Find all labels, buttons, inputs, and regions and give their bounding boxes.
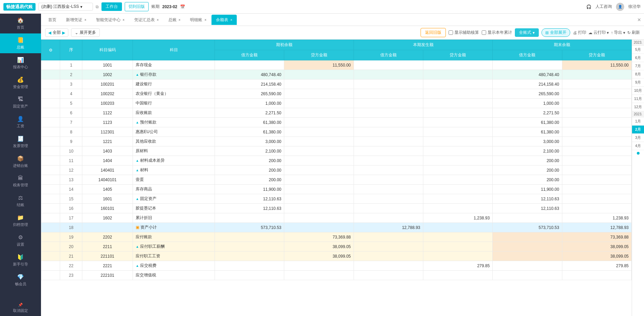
- row-current-debit: [354, 252, 423, 261]
- company-selector[interactable]: (勿删) 江西股金-LSS ▾: [38, 3, 93, 11]
- row-opening-credit: [284, 70, 354, 80]
- tab-add-voucher[interactable]: 新增凭证 ×: [61, 15, 91, 25]
- sidebar-item-guide[interactable]: 🔰 新手引导: [0, 250, 41, 270]
- calendar-icon[interactable]: 📅: [180, 4, 185, 9]
- sidebar-bottom-unpin[interactable]: 📌 取消固定: [0, 300, 41, 316]
- tab-smart-voucher[interactable]: 智能凭证中心 ×: [92, 15, 129, 25]
- row-code-cell: 1221: [82, 137, 133, 146]
- sidebar-item-fund[interactable]: 💰 资金管理: [0, 73, 41, 93]
- num-col-header: 序: [60, 40, 82, 60]
- timeline-month-7[interactable]: 7月: [632, 62, 644, 70]
- close-page-icon[interactable]: ✕: [637, 17, 641, 23]
- opening-credit-header: 贷方金额: [284, 50, 354, 60]
- row-name-cell[interactable]: ▲应付职工薪酬: [133, 242, 215, 252]
- print-button[interactable]: 🖨 打印: [573, 30, 586, 35]
- row-name-cell[interactable]: 农业银行（黄金）: [133, 89, 215, 99]
- timeline-month-4[interactable]: 4月: [632, 142, 644, 150]
- row-closing-debit: 480,748.40: [493, 70, 562, 80]
- sidebar-item-tax[interactable]: 🏛 税务管理: [0, 172, 41, 191]
- row-name-cell[interactable]: ▲固定资产: [133, 194, 215, 204]
- sidebar-item-salary[interactable]: 👤 工资: [0, 112, 41, 132]
- tab-ledger[interactable]: 总账 ×: [164, 15, 185, 25]
- tab-balance[interactable]: 余额表 ×: [211, 15, 237, 25]
- sidebar-item-settings[interactable]: ⚙ 设置: [0, 231, 41, 250]
- check-annual-input[interactable]: [482, 30, 486, 35]
- report-icon: 📊: [17, 57, 24, 63]
- row-opening-debit: 11,900.00: [215, 185, 284, 194]
- tab-voucher-summary-close[interactable]: ×: [157, 18, 159, 22]
- tab-ledger-close[interactable]: ×: [179, 18, 181, 22]
- row-name-cell[interactable]: 惠惠EU公司: [133, 127, 215, 137]
- row-name-cell[interactable]: 应收账款: [133, 108, 215, 118]
- tab-detail[interactable]: 明细账 ×: [186, 15, 211, 25]
- row-opening-credit: [284, 271, 354, 280]
- row-name-cell[interactable]: 累计折旧: [133, 213, 215, 223]
- export-button[interactable]: ↑ 导出 ▾: [611, 30, 625, 35]
- tab-voucher-summary[interactable]: 凭证汇总表 ×: [130, 15, 163, 25]
- switch-version-button[interactable]: 切到旧版: [125, 2, 149, 11]
- settings-col-header[interactable]: ⚙: [41, 40, 60, 60]
- timeline-month-10[interactable]: 10月: [632, 87, 644, 95]
- workspace-button[interactable]: 工作台: [101, 2, 122, 11]
- timeline-month-11[interactable]: 11月: [632, 95, 644, 103]
- username[interactable]: 徐泾华: [628, 4, 641, 10]
- sidebar-item-ledger[interactable]: 📒 总账: [0, 33, 41, 53]
- sidebar-item-archive[interactable]: 📁 归档管理: [0, 211, 41, 231]
- tab-balance-close[interactable]: ×: [230, 18, 232, 22]
- expand-more-button[interactable]: ⌄ 展开更多: [71, 28, 100, 37]
- timeline-month-1[interactable]: 1月: [632, 117, 644, 126]
- row-name-cell[interactable]: 壹蛋: [133, 175, 215, 185]
- tab-detail-close[interactable]: ×: [204, 18, 206, 22]
- consult-label[interactable]: 人工咨询: [595, 4, 612, 10]
- sidebar-item-report[interactable]: 📊 报表中心: [0, 53, 41, 73]
- filter-all-button[interactable]: ◀ 全部 ▶: [45, 28, 68, 37]
- timeline-month-8[interactable]: 8月: [632, 70, 644, 78]
- row-name-cell[interactable]: ▲预付账款: [133, 118, 215, 127]
- sidebar-item-asset[interactable]: 🏗 固定资产: [0, 93, 41, 112]
- row-name-cell[interactable]: ▲材料: [133, 166, 215, 175]
- sidebar-item-member[interactable]: 💎 畅会员: [0, 270, 41, 290]
- refresh-button[interactable]: ↻ 刷新: [627, 30, 640, 35]
- closing-debit-header: 借方金额: [493, 50, 562, 60]
- tab-smart-voucher-label: 智能凭证中心: [96, 17, 121, 23]
- return-old-button[interactable]: 返回旧版: [421, 28, 446, 37]
- row-closing-credit: [562, 89, 631, 99]
- cloud-print-button[interactable]: ☁ 云打印 ▾: [588, 30, 609, 35]
- row-name-cell[interactable]: ▲银行存款: [133, 70, 215, 80]
- row-name-cell[interactable]: ▣资产小计: [133, 223, 215, 232]
- tab-home[interactable]: 首页: [44, 15, 61, 25]
- sidebar-item-purchase[interactable]: 📦 进销台账: [0, 152, 41, 172]
- row-name-cell[interactable]: 应付职工工资: [133, 252, 215, 261]
- row-name-cell[interactable]: 其他应收款: [133, 137, 215, 146]
- row-name-cell[interactable]: 应付账款: [133, 232, 215, 242]
- timeline-month-12[interactable]: 12月: [632, 103, 644, 111]
- row-name-cell[interactable]: ▲材料成本差异: [133, 156, 215, 166]
- sidebar-item-invoice[interactable]: 🧾 发票管理: [0, 132, 41, 152]
- timeline-month-6[interactable]: 6月: [632, 54, 644, 62]
- timeline-month-3[interactable]: 3月: [632, 134, 644, 142]
- row-name-cell[interactable]: 建设银行: [133, 80, 215, 89]
- row-name-cell[interactable]: 胶提墨记本: [133, 204, 215, 213]
- row-closing-debit: [493, 60, 562, 70]
- gear-icon[interactable]: ⚙: [49, 48, 53, 53]
- timeline-month-9[interactable]: 9月: [632, 78, 644, 87]
- full-format-button[interactable]: 全账式 ▾: [515, 28, 539, 37]
- timeline-month-2[interactable]: 2月: [632, 126, 644, 134]
- row-code-cell: 1002: [82, 70, 133, 80]
- timeline-month-5[interactable]: 5月: [632, 46, 644, 54]
- tab-add-voucher-close[interactable]: ×: [84, 18, 86, 22]
- row-name-cell[interactable]: 库存现金: [133, 60, 215, 70]
- table-row: 23222101应交增值税: [41, 271, 632, 280]
- row-name-cell[interactable]: 中国银行: [133, 99, 215, 108]
- tab-smart-voucher-close[interactable]: ×: [123, 18, 125, 22]
- check-aux-input[interactable]: [449, 30, 453, 35]
- row-name-cell[interactable]: ▲应交税费: [133, 261, 215, 271]
- expand-all-toggle[interactable]: ⊞ 全部展开: [542, 28, 570, 37]
- row-closing-debit: 200.00: [493, 156, 562, 166]
- row-name-cell[interactable]: 应交增值税: [133, 271, 215, 280]
- copy-icon[interactable]: ⧉: [96, 4, 99, 9]
- row-name-cell[interactable]: 库存商品: [133, 185, 215, 194]
- sidebar-item-home[interactable]: 🏠 首页: [0, 14, 41, 33]
- sidebar-item-settle[interactable]: ⚖ 结账: [0, 191, 41, 211]
- row-name-cell[interactable]: 原材料: [133, 146, 215, 156]
